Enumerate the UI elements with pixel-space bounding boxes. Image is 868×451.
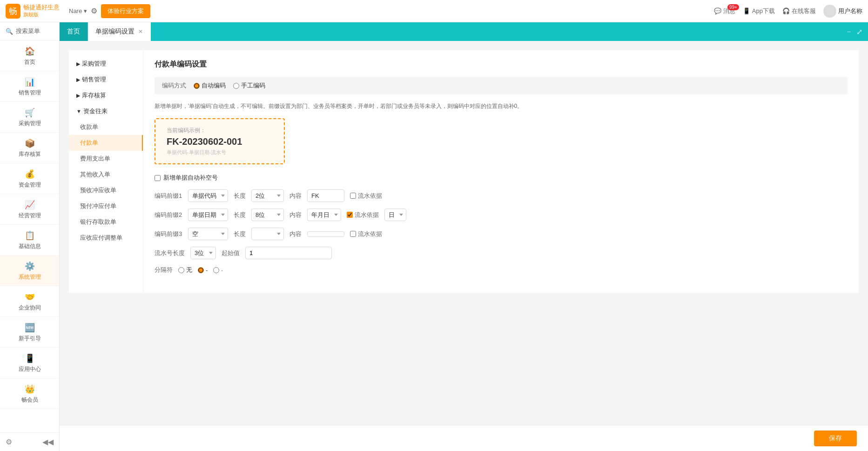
sep-dash-radio[interactable]	[198, 267, 204, 273]
auto-fill-checkbox[interactable]	[155, 175, 161, 181]
right-panel: 付款单编码设置 编码方式 自动编码 手工编码 新增单据时，'单据编码'自动生成，…	[143, 50, 859, 293]
stream-1-checkbox-label[interactable]: 流水依据	[350, 192, 382, 200]
prefix-3-select[interactable]: 空 单据代码 单据日期	[188, 228, 228, 240]
sub-item-payment[interactable]: 付款单	[69, 135, 143, 151]
sidebar-item-guide[interactable]: 🆕 新手引导	[0, 317, 59, 348]
sub-item-ar-ap-adj[interactable]: 应收应付调整单	[69, 230, 143, 246]
sub-item-bank-deposit[interactable]: 银行存取款单	[69, 214, 143, 230]
sub-group-inventory-title[interactable]: ▶ 库存核算	[69, 88, 143, 103]
sub-item-other-income[interactable]: 其他收入单	[69, 167, 143, 182]
bottom-bar: 保存	[60, 425, 868, 451]
guide-icon: 🆕	[25, 323, 35, 333]
purchase-icon: 🛒	[25, 108, 35, 118]
length-1-select[interactable]: 2位 4位 6位 8位	[251, 189, 284, 202]
separator-row: 分隔符 无 - ·	[155, 266, 848, 274]
length-3-select[interactable]	[251, 228, 284, 240]
nav-dropdown[interactable]: Nare ▾	[69, 7, 87, 14]
service-button[interactable]: 🎧 在线客服	[782, 7, 816, 15]
sep-dash-option[interactable]: -	[198, 267, 208, 274]
prefix-2-select[interactable]: 单据日期 单据代码 空	[188, 209, 228, 221]
auto-fill-checkbox-row: 新增单据自动补空号	[155, 174, 848, 182]
radio-manual-encoding[interactable]: 手工编码	[233, 81, 265, 90]
sep-none-option[interactable]: 无	[178, 266, 192, 274]
message-icon: 💬	[714, 7, 721, 14]
user-avatar-area[interactable]: 用户名称	[823, 5, 862, 18]
start-value-input[interactable]	[245, 247, 332, 259]
auto-fill-label[interactable]: 新增单据自动补空号	[163, 174, 218, 182]
sidebar-item-home[interactable]: 🏠 首页	[0, 40, 59, 71]
message-button[interactable]: 💬 消息 99+	[714, 7, 735, 15]
length-2-select[interactable]: 8位 2位 4位 6位	[251, 209, 284, 221]
tab-home[interactable]: 首页	[60, 22, 88, 41]
sidebar-collapse-icon[interactable]: ◀◀	[42, 438, 54, 446]
app-download-button[interactable]: 📱 App下载	[743, 7, 775, 15]
prefix-1-select[interactable]: 单据代码 单据日期 空	[188, 189, 228, 202]
sidebar-item-system[interactable]: ⚙️ 系统管理	[0, 256, 59, 286]
sub-item-expense[interactable]: 费用支出单	[69, 151, 143, 167]
top-bar-right: 💬 消息 99+ 📱 App下载 🎧 在线客服 用户名称	[714, 5, 862, 18]
save-button[interactable]: 保存	[814, 431, 857, 446]
length-2-label: 长度	[234, 211, 246, 219]
stream-3-checkbox-label[interactable]: 流水依据	[350, 230, 382, 238]
serial-length-label: 流水号长度	[155, 249, 185, 257]
chevron-down-icon: ▾	[84, 7, 87, 14]
sub-item-advance-pay[interactable]: 预付冲应付单	[69, 198, 143, 214]
home-icon: 🏠	[25, 46, 35, 56]
sub-item-advance-recv[interactable]: 预收冲应收单	[69, 182, 143, 198]
sep-dot-option[interactable]: ·	[213, 267, 223, 274]
code-preview-label: 当前编码示例：	[167, 127, 273, 135]
sidebar-item-member[interactable]: 👑 畅会员	[0, 378, 59, 409]
sub-group-finance-title[interactable]: ▼ 资金往来	[69, 103, 143, 119]
sidebar-item-enterprise[interactable]: 🤝 企业协同	[0, 286, 59, 317]
tab-encoding[interactable]: 单据编码设置 ✕	[88, 22, 151, 41]
panel-title: 付款单编码设置	[155, 60, 848, 69]
sidebar-item-inventory[interactable]: 📦 库存核算	[0, 133, 59, 163]
content-3-value	[307, 231, 344, 237]
stream-2-checkbox-label[interactable]: 流水依据	[347, 211, 379, 219]
expand-finance-icon: ▼	[76, 108, 81, 114]
tab-maximize-icon[interactable]: ⤢	[856, 27, 862, 36]
sep-none-radio[interactable]	[178, 267, 184, 273]
top-bar: 畅 畅捷通好生意 旗舰版 Nare ▾ ⚙ 体验行业方案 💬 消息 99+ 📱 …	[0, 0, 868, 22]
sub-group-finance: ▼ 资金往来 收款单 付款单 费用支出单 其他收入单 预收冲应收单 预付冲应付单…	[69, 103, 143, 246]
settings-gear-icon[interactable]: ⚙	[6, 438, 12, 446]
brand-logo: 畅	[6, 4, 20, 19]
sidebar-item-operations[interactable]: 📈 经营管理	[0, 194, 59, 225]
stream-2-unit-select[interactable]: 日 月 年	[384, 209, 406, 221]
prefix-1-label: 编码前缀1	[155, 192, 182, 200]
encoding-method-label: 编码方式	[162, 81, 186, 90]
stream-2-checkbox[interactable]	[347, 212, 353, 218]
prefix-row-3: 编码前缀3 空 单据代码 单据日期 长度 内容 流水依据	[155, 228, 848, 240]
enterprise-icon: 🤝	[25, 292, 35, 302]
brand: 畅 畅捷通好生意 旗舰版	[6, 4, 60, 19]
prefix-2-label: 编码前缀2	[155, 211, 182, 219]
sub-item-receipt[interactable]: 收款单	[69, 119, 143, 135]
length-3-label: 长度	[234, 230, 246, 238]
sub-group-purchase-title[interactable]: ▶ 采购管理	[69, 56, 143, 72]
main-content: ▶ 采购管理 ▶ 销售管理 ▶ 库存核算 ▼ 资金往来	[60, 41, 868, 451]
sidebar-item-basic[interactable]: 📋 基础信息	[0, 225, 59, 256]
stream-1-checkbox[interactable]	[350, 193, 356, 199]
sidebar-item-apps[interactable]: 📱 应用中心	[0, 348, 59, 378]
expand-purchase-icon: ▶	[76, 61, 80, 67]
settings-icon[interactable]: ⚙	[91, 7, 97, 15]
tab-close-icon[interactable]: ✕	[138, 28, 143, 35]
sidebar-item-purchase[interactable]: 🛒 采购管理	[0, 102, 59, 133]
sub-group-sales-title[interactable]: ▶ 销售管理	[69, 72, 143, 88]
top-bar-nav: Nare ▾ ⚙	[69, 7, 97, 15]
sub-group-purchase: ▶ 采购管理	[69, 56, 143, 72]
sep-dot-radio[interactable]	[213, 267, 219, 273]
sidebar-item-sales[interactable]: 📊 销售管理	[0, 71, 59, 102]
content-1-label: 内容	[289, 192, 302, 200]
tab-minimize-icon[interactable]: －	[845, 27, 853, 37]
serial-length-select[interactable]: 3位 4位 5位 6位	[190, 247, 216, 259]
sub-sidebar: ▶ 采购管理 ▶ 销售管理 ▶ 库存核算 ▼ 资金往来	[69, 50, 143, 293]
service-icon: 🎧	[782, 7, 790, 14]
sidebar-search[interactable]: 🔍 搜索菜单	[0, 22, 59, 40]
radio-auto-encoding[interactable]: 自动编码	[194, 81, 226, 90]
stream-3-checkbox[interactable]	[350, 231, 356, 237]
basic-icon: 📋	[25, 230, 35, 241]
trial-button[interactable]: 体验行业方案	[101, 4, 150, 18]
sidebar-item-finance[interactable]: 💰 资金管理	[0, 163, 59, 194]
content-2-select[interactable]: 年月日 年月 年	[307, 209, 341, 221]
